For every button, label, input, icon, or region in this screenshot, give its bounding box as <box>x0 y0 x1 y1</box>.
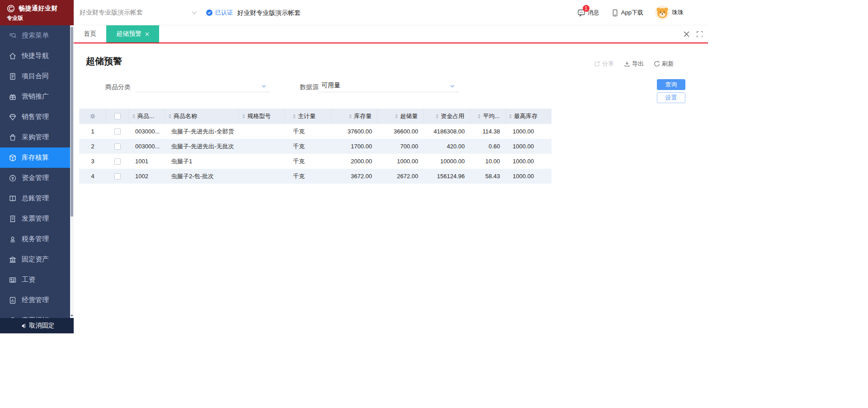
sidebar-item-project-contract[interactable]: 项目合同 <box>0 66 74 86</box>
app-window: 畅捷通好业财 专业版 搜索菜单 快捷导航 <box>0 0 708 333</box>
header-product-name[interactable]: 商品名称 <box>165 109 239 124</box>
row-checkbox[interactable] <box>114 158 121 165</box>
header-label: 平均... <box>483 112 500 120</box>
page-title: 超储预警 <box>86 55 122 67</box>
receipt-icon <box>9 215 17 223</box>
cell-average: 58.43 <box>470 169 506 184</box>
header-stock-qty[interactable]: 库存量 <box>331 109 377 124</box>
query-button[interactable]: 查询 <box>657 79 685 90</box>
scroll-down-icon[interactable] <box>71 315 73 317</box>
sort-icon[interactable] <box>436 114 439 119</box>
sidebar-item-ledger[interactable]: 总账管理 <box>0 188 74 209</box>
cell-average: 10.00 <box>470 154 506 169</box>
close-icon[interactable] <box>684 31 689 37</box>
sort-icon[interactable] <box>132 114 135 119</box>
tab-overstock-warning[interactable]: 超储预警 <box>106 25 159 43</box>
export-label: 导出 <box>632 60 644 68</box>
app-download-button[interactable]: App下载 <box>611 9 643 17</box>
unpin-button[interactable]: 取消固定 <box>0 318 74 333</box>
header-average[interactable]: 平均... <box>470 109 506 124</box>
cell-max-stock: 1000.00 <box>506 139 552 154</box>
unpin-icon <box>19 323 26 329</box>
sort-icon[interactable] <box>349 114 352 119</box>
sort-icon[interactable] <box>478 114 481 119</box>
export-button[interactable]: 导出 <box>624 60 644 68</box>
row-checkbox[interactable] <box>114 128 121 135</box>
sidebar-item-operations[interactable]: 经营管理 <box>0 290 74 310</box>
user-menu[interactable]: 珠珠 <box>655 5 684 20</box>
scrollbar-thumb[interactable] <box>71 27 73 217</box>
column-settings-cell <box>79 109 106 124</box>
brand-logo-icon <box>6 4 15 13</box>
share-button[interactable]: 分享 <box>594 60 614 68</box>
sidebar-scrollbar[interactable] <box>70 25 74 318</box>
refresh-label: 刷新 <box>662 60 674 68</box>
sidebar-item-tax[interactable]: 税务管理 <box>0 229 74 249</box>
sort-icon[interactable] <box>242 114 245 119</box>
settings-button[interactable]: 设置 <box>657 92 685 103</box>
header-funds-occupied[interactable]: 资金占用 <box>424 109 470 124</box>
gear-icon[interactable] <box>89 113 96 120</box>
cell-product-name: 虫腿子1 <box>165 154 239 169</box>
sidebar-item-invoice[interactable]: 发票管理 <box>0 209 74 229</box>
cell-funds-occupied: 420.00 <box>424 139 470 154</box>
sidebar-item-inventory[interactable]: 库存核算 <box>0 147 74 168</box>
row-number: 1 <box>79 124 106 139</box>
sort-icon[interactable] <box>509 114 512 119</box>
overstock-table: 商品... 商品名称 规格型号 主计量 库存量 超储量 资金占用 平均... 最… <box>79 109 552 184</box>
sidebar-item-label: 销售管理 <box>22 113 49 121</box>
sort-icon[interactable] <box>293 114 296 119</box>
cell-overstock-qty: 36600.00 <box>377 124 424 139</box>
tab-home[interactable]: 首页 <box>74 25 106 43</box>
sidebar-item-funds[interactable]: 资金管理 <box>0 168 74 188</box>
username: 珠珠 <box>672 9 684 17</box>
coin-icon <box>9 174 17 182</box>
sidebar-item-sales[interactable]: 销售管理 <box>0 107 74 127</box>
header-product-code[interactable]: 商品... <box>129 109 165 124</box>
refresh-button[interactable]: 刷新 <box>654 60 674 68</box>
table-row[interactable]: 3 1001 虫腿子1 千克 2000.00 1000.00 10000.00 … <box>79 154 552 169</box>
header-spec-model[interactable]: 规格型号 <box>239 109 285 124</box>
header-overstock-qty[interactable]: 超储量 <box>377 109 424 124</box>
datasource-filter-label: 数据源 <box>300 83 319 91</box>
sidebar-item-reimburse[interactable]: 费用报销 <box>0 310 74 318</box>
select-all-checkbox[interactable] <box>114 113 121 119</box>
sidebar-item-payroll[interactable]: 工资 <box>0 270 74 290</box>
row-number: 2 <box>79 139 106 154</box>
sort-icon[interactable] <box>169 114 171 119</box>
header-label: 库存量 <box>354 112 372 120</box>
messages-button[interactable]: 1 消息 <box>577 9 599 17</box>
table-row[interactable]: 1 003000... 虫腿子-先进先出-全部货 千克 37600.00 366… <box>79 124 552 139</box>
topbar-actions: 1 消息 App下载 <box>577 0 684 25</box>
tab-label: 首页 <box>84 30 96 38</box>
sidebar-item-quick-nav[interactable]: 快捷导航 <box>0 46 74 66</box>
header-main-unit[interactable]: 主计量 <box>285 109 331 124</box>
stamp-icon <box>9 235 17 243</box>
sidebar-item-search-menu[interactable]: 搜索菜单 <box>0 25 74 46</box>
category-select-value <box>136 85 139 92</box>
fullscreen-icon[interactable] <box>696 31 703 37</box>
brand-edition: 专业版 <box>7 14 74 22</box>
category-select[interactable] <box>136 73 270 92</box>
sidebar-item-purchase[interactable]: 采购管理 <box>0 127 74 147</box>
sidebar-item-label: 经营管理 <box>22 296 49 304</box>
table-row[interactable]: 2 003000... 虫腿子-先进先出-无批次 千克 1700.00 700.… <box>79 139 552 154</box>
row-number: 3 <box>79 154 106 169</box>
tab-close-icon[interactable] <box>145 32 149 36</box>
message-icon: 1 <box>577 9 585 17</box>
sidebar-item-label: 采购管理 <box>22 133 49 142</box>
sort-icon[interactable] <box>395 114 398 119</box>
cell-stock-qty: 2000.00 <box>331 154 377 169</box>
account-set-select[interactable]: 好业财专业版演示帐套 <box>80 6 198 19</box>
sidebar-item-marketing[interactable]: 营销推广 <box>0 86 74 107</box>
table-row[interactable]: 4 1002 虫腿子2-包-批次 千克 3672.00 2672.00 1561… <box>79 169 552 184</box>
topbar: 好业财专业版演示帐套 已认证 好业财专业版演示帐套 <box>74 0 708 25</box>
datasource-select[interactable]: 可用量 <box>318 73 459 92</box>
cell-max-stock: 1000.00 <box>506 154 552 169</box>
sidebar-item-label: 搜索菜单 <box>22 31 49 40</box>
sidebar-item-fixed-assets[interactable]: 固定资产 <box>0 249 74 270</box>
row-checkbox[interactable] <box>114 173 121 180</box>
header-max-stock[interactable]: 最高库存 <box>506 109 552 124</box>
row-checkbox[interactable] <box>114 143 121 150</box>
cell-product-code: 1001 <box>129 154 165 169</box>
